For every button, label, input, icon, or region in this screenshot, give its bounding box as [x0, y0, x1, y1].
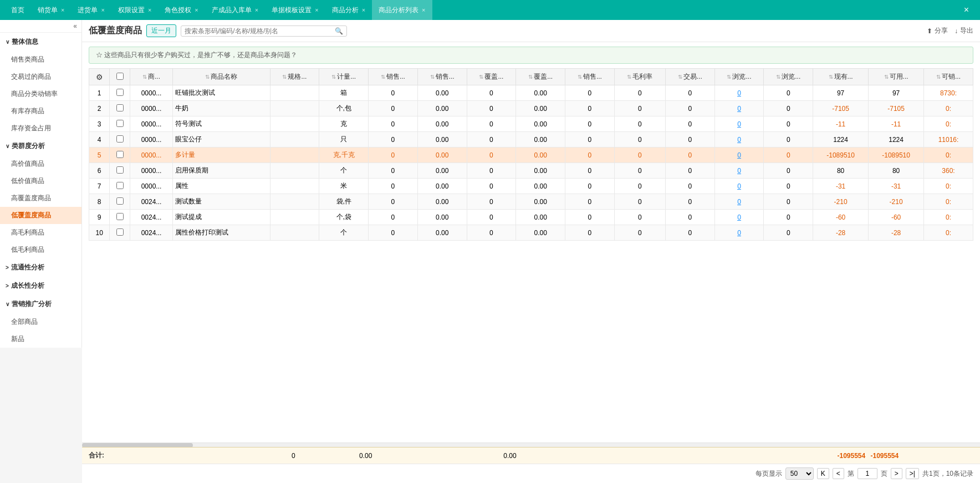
- row-checkbox[interactable]: [116, 135, 124, 143]
- row-checkbox[interactable]: [116, 120, 124, 127]
- sidebar-section-overview[interactable]: ∨ 整体信息: [0, 33, 81, 51]
- table-row: 40000...眼宝公仔只00.0000.0000000122412241101…: [89, 132, 973, 148]
- search-input[interactable]: [185, 27, 335, 35]
- sidebar-section-circulation[interactable]: > 流通性分析: [0, 258, 81, 277]
- nav-template-settings[interactable]: 单据模板设置 ×: [265, 0, 325, 20]
- nav-home[interactable]: 首页: [4, 0, 31, 20]
- column-sellable[interactable]: ⇅可销...: [924, 69, 973, 85]
- browse-link[interactable]: 0: [737, 105, 741, 113]
- content-panel: 低覆盖度商品 近一月 🔍 ⬆ 分享 ↓ 导出 ☆ 这些商品只有很少客户购买过，是…: [82, 20, 980, 483]
- page-title: 低覆盖度商品: [89, 25, 142, 37]
- table-row: 80024...测试数量袋,件00.0000.0000000-210-2100:: [89, 194, 973, 210]
- chevron-right-icon: >: [6, 265, 9, 271]
- page-number-input[interactable]: [858, 468, 877, 479]
- horizontal-scrollbar[interactable]: [82, 443, 980, 447]
- row-checkbox[interactable]: [116, 89, 124, 96]
- column-trade[interactable]: ⇅交易...: [665, 69, 714, 85]
- row-checkbox[interactable]: [116, 213, 124, 220]
- sidebar-section-growth[interactable]: > 成长性分析: [0, 277, 81, 295]
- first-page-button[interactable]: K: [817, 468, 829, 479]
- close-icon[interactable]: ×: [195, 7, 198, 13]
- table-container[interactable]: ⚙ ⇅商... ⇅商品名称 ⇅规格... ⇅计量... ⇅销售... ⇅销售..…: [82, 68, 980, 443]
- sidebar-item-high-value[interactable]: 高价值商品: [0, 155, 81, 172]
- nav-purchase-order[interactable]: 进货单 ×: [71, 0, 111, 20]
- sidebar-item-category-turnover[interactable]: 商品分类动销率: [0, 85, 81, 103]
- column-sales-amt[interactable]: ⇅销售...: [417, 69, 467, 85]
- column-sales-qty[interactable]: ⇅销售...: [369, 69, 418, 85]
- sidebar-item-new-products[interactable]: 新品: [0, 331, 81, 348]
- nav-product-analysis[interactable]: 商品分析 ×: [325, 0, 372, 20]
- per-page-select[interactable]: 50 100 200: [785, 467, 814, 480]
- column-coverage1[interactable]: ⇅覆盖...: [467, 69, 516, 85]
- browse-link[interactable]: 0: [737, 89, 741, 97]
- close-icon[interactable]: ×: [101, 7, 104, 13]
- column-browse2[interactable]: ⇅浏览...: [764, 69, 813, 85]
- browse-link[interactable]: 0: [737, 120, 741, 128]
- top-navigation: 首页 销货单 × 进货单 × 权限设置 × 角色授权 × 产成品入库单 × 单据…: [0, 0, 980, 20]
- column-checkbox[interactable]: [110, 69, 130, 85]
- share-icon: ⬆: [927, 27, 932, 35]
- close-icon[interactable]: ×: [362, 7, 365, 13]
- page-prefix-label: 第: [848, 469, 854, 479]
- column-browse1[interactable]: ⇅浏览...: [714, 69, 764, 85]
- close-icon[interactable]: ×: [255, 7, 258, 13]
- next-page-button[interactable]: >: [891, 468, 902, 479]
- nav-product-analysis-list[interactable]: 商品分析列表 ×: [372, 0, 432, 20]
- column-spec[interactable]: ⇅规格...: [270, 69, 319, 85]
- browse-link[interactable]: 0: [737, 213, 741, 221]
- table-row: 20000...牛奶个,包00.0000.0000000-7105-71050:: [89, 101, 973, 116]
- column-gross-margin[interactable]: ⇅毛利率: [614, 69, 665, 85]
- nav-role-auth[interactable]: 角色授权 ×: [158, 0, 205, 20]
- sidebar: « ∨ 整体信息 销售类商品 交易过的商品 商品分类动销率 有库存商品 库存资金…: [0, 20, 82, 348]
- export-button[interactable]: ↓ 导出: [955, 26, 973, 35]
- prev-page-button[interactable]: <: [833, 468, 844, 479]
- window-close-button[interactable]: ×: [957, 0, 976, 20]
- sidebar-section-cluster[interactable]: ∨ 类群度分析: [0, 137, 81, 155]
- sidebar-item-in-stock[interactable]: 有库存商品: [0, 103, 81, 120]
- row-checkbox[interactable]: [116, 166, 124, 174]
- column-settings[interactable]: ⚙: [89, 69, 110, 85]
- sidebar-item-high-margin[interactable]: 高毛利商品: [0, 224, 81, 241]
- row-checkbox[interactable]: [116, 151, 124, 158]
- browse-link[interactable]: 0: [737, 136, 741, 144]
- filter-period-button[interactable]: 近一月: [146, 24, 176, 37]
- row-checkbox[interactable]: [116, 182, 124, 189]
- browse-link[interactable]: 0: [737, 151, 741, 159]
- column-unit[interactable]: ⇅计量...: [319, 69, 369, 85]
- nav-permission-settings[interactable]: 权限设置 ×: [111, 0, 158, 20]
- sidebar-item-all-products[interactable]: 全部商品: [0, 313, 81, 331]
- close-icon[interactable]: ×: [148, 7, 151, 13]
- row-checkbox[interactable]: [116, 228, 124, 236]
- sidebar-item-stock-capital[interactable]: 库存资金占用: [0, 120, 81, 137]
- column-sales3[interactable]: ⇅销售...: [565, 69, 615, 85]
- row-checkbox[interactable]: [116, 104, 124, 111]
- search-icon: 🔍: [335, 27, 343, 35]
- column-coverage2[interactable]: ⇅覆盖...: [516, 69, 565, 85]
- column-current-stock[interactable]: ⇅现有...: [813, 69, 869, 85]
- nav-production-storage[interactable]: 产成品入库单 ×: [205, 0, 265, 20]
- browse-link[interactable]: 0: [737, 229, 741, 237]
- close-icon[interactable]: ×: [315, 7, 318, 13]
- sidebar-item-traded-products[interactable]: 交易过的商品: [0, 68, 81, 85]
- column-name[interactable]: ⇅商品名称: [172, 69, 270, 85]
- select-all-checkbox[interactable]: [116, 73, 124, 80]
- browse-link[interactable]: 0: [737, 198, 741, 206]
- sidebar-item-low-value[interactable]: 低价值商品: [0, 172, 81, 190]
- browse-link[interactable]: 0: [737, 167, 741, 175]
- sidebar-collapse-button[interactable]: «: [73, 22, 77, 30]
- nav-sales-order[interactable]: 销货单 ×: [31, 0, 71, 20]
- table-row: 10000...旺铺批次测试箱00.0000.000000097978730:: [89, 85, 973, 101]
- last-page-button[interactable]: >|: [906, 468, 919, 479]
- sidebar-item-low-margin[interactable]: 低毛利商品: [0, 241, 81, 258]
- row-checkbox[interactable]: [116, 197, 124, 205]
- sidebar-section-marketing[interactable]: ∨ 营销推广分析: [0, 295, 81, 313]
- close-icon[interactable]: ×: [422, 7, 425, 13]
- sidebar-item-sales-products[interactable]: 销售类商品: [0, 51, 81, 68]
- sidebar-item-high-coverage[interactable]: 高覆盖度商品: [0, 190, 81, 207]
- column-available[interactable]: ⇅可用...: [869, 69, 924, 85]
- column-code[interactable]: ⇅商...: [130, 69, 173, 85]
- close-icon[interactable]: ×: [61, 7, 64, 13]
- browse-link[interactable]: 0: [737, 182, 741, 190]
- sidebar-item-low-coverage[interactable]: 低覆盖度商品: [0, 207, 81, 224]
- share-button[interactable]: ⬆ 分享: [927, 26, 948, 35]
